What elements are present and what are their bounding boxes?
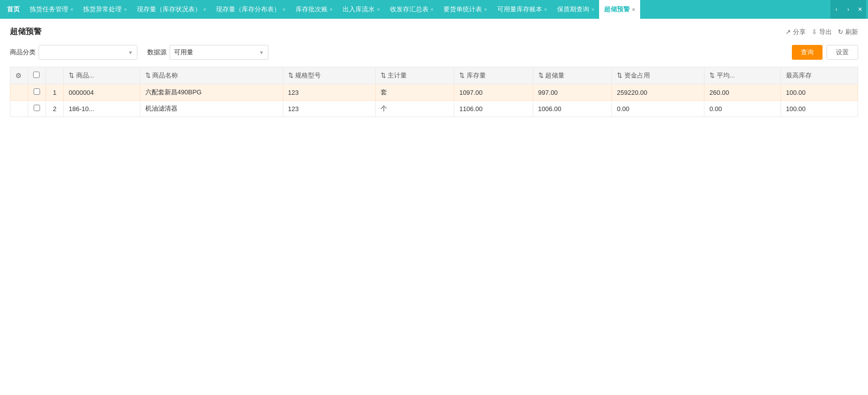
close-collect-icon[interactable]: × xyxy=(431,6,434,12)
row-gear-cell xyxy=(10,84,28,101)
close-inout-icon[interactable]: × xyxy=(377,6,380,12)
table-row: 1 0000004 六配套新昌490BPG 123 套 1097.00 997.… xyxy=(10,84,858,101)
row-unit: 个 xyxy=(375,101,454,117)
nav-tab-batch[interactable]: 库存批次账 × xyxy=(291,0,338,19)
export-button[interactable]: ⇩ 导出 xyxy=(812,28,832,37)
header-actions: ↗ 分享 ⇩ 导出 ↻ 刷新 xyxy=(785,28,858,37)
row-avg: 0.00 xyxy=(704,101,781,117)
row-num: 2 xyxy=(46,101,64,117)
row-checkbox-cell[interactable] xyxy=(28,84,46,101)
nav-tab-inout[interactable]: 出入库流水 × xyxy=(338,0,385,19)
share-icon: ↗ xyxy=(785,28,791,36)
nav-arrows: ‹ › ✕ xyxy=(830,0,866,19)
th-spec[interactable]: ⇅ 规格型号 xyxy=(283,67,375,84)
row-capital: 0.00 xyxy=(612,101,704,117)
refresh-button[interactable]: ↻ 刷新 xyxy=(838,28,858,37)
row-num: 1 xyxy=(46,84,64,101)
datasource-select[interactable]: 可用量 ▼ xyxy=(170,45,268,60)
settings-button[interactable]: 设置 xyxy=(826,45,858,60)
nav-tab-overstock[interactable]: 超储预警 × xyxy=(599,0,640,19)
row-spec: 123 xyxy=(283,84,375,101)
table-header-row: ⚙ ⇅ 商品... ⇅ 商品名称 ⇅ 规格型号 xyxy=(10,67,858,84)
nav-tab-order-stat[interactable]: 要货单统计表 × xyxy=(438,0,492,19)
th-product-name[interactable]: ⇅ 商品名称 xyxy=(140,67,283,84)
row-stock: 1097.00 xyxy=(454,84,533,101)
category-dropdown-icon: ▼ xyxy=(128,50,133,55)
th-checkbox xyxy=(28,67,46,84)
close-quality-icon[interactable]: × xyxy=(591,6,594,12)
filter-bar: 商品分类 ▼ 数据源 可用量 ▼ 查询 设置 xyxy=(10,45,858,60)
datasource-label: 数据源 xyxy=(147,48,167,57)
row-checkbox[interactable] xyxy=(34,105,40,111)
category-select[interactable]: ▼ xyxy=(39,45,137,60)
nav-close-button[interactable]: ✕ xyxy=(854,0,866,19)
row-stock: 1106.00 xyxy=(454,101,533,117)
nav-tab-inventory-status[interactable]: 现存量（库存状况表） × xyxy=(132,0,211,19)
category-select-value xyxy=(43,49,45,56)
data-table: ⚙ ⇅ 商品... ⇅ 商品名称 ⇅ 规格型号 xyxy=(10,67,858,117)
nav-tab-abnormal[interactable]: 拣货异常处理 × xyxy=(78,0,131,19)
row-checkbox[interactable] xyxy=(34,88,40,95)
th-num xyxy=(46,67,64,84)
share-button[interactable]: ↗ 分享 xyxy=(785,28,806,37)
close-inventory-status-icon[interactable]: × xyxy=(203,6,206,12)
th-avg[interactable]: ⇅ 平均... xyxy=(704,67,781,84)
close-inventory-dist-icon[interactable]: × xyxy=(282,6,285,12)
th-unit[interactable]: ⇅ 主计量 xyxy=(375,67,454,84)
row-unit: 套 xyxy=(375,84,454,101)
row-avg: 260.00 xyxy=(704,84,781,101)
nav-tab-available[interactable]: 可用量库存账本 × xyxy=(492,0,552,19)
datasource-dropdown-icon: ▼ xyxy=(259,50,264,55)
page-header: 超储预警 ↗ 分享 ⇩ 导出 ↻ 刷新 xyxy=(10,27,858,37)
close-task-icon[interactable]: × xyxy=(70,6,73,12)
nav-tab-quality[interactable]: 保质期查询 × xyxy=(552,0,599,19)
gear-icon[interactable]: ⚙ xyxy=(15,72,22,79)
row-product-code: 186-10... xyxy=(64,101,140,117)
row-product-code: 0000004 xyxy=(64,84,140,101)
filter-actions: 查询 设置 xyxy=(792,45,858,60)
export-icon: ⇩ xyxy=(812,28,817,36)
select-all-checkbox[interactable] xyxy=(33,72,40,78)
nav-tab-inventory-dist[interactable]: 现存量（库存分布表） × xyxy=(211,0,290,19)
th-gear[interactable]: ⚙ xyxy=(10,67,28,84)
th-capital[interactable]: ⇅ 资金占用 xyxy=(612,67,704,84)
close-overstock-icon[interactable]: × xyxy=(632,6,635,12)
category-filter: 商品分类 ▼ xyxy=(10,45,137,60)
row-max-stock: 100.00 xyxy=(781,84,858,101)
row-overstock: 1006.00 xyxy=(533,101,611,117)
nav-tab-task[interactable]: 拣货任务管理 × xyxy=(25,0,78,19)
nav-prev-button[interactable]: ‹ xyxy=(830,0,842,19)
row-overstock: 997.00 xyxy=(533,84,611,101)
row-max-stock: 100.00 xyxy=(781,101,858,117)
table-row: 2 186-10... 机油滤清器 123 个 1106.00 1006.00 … xyxy=(10,101,858,117)
query-button[interactable]: 查询 xyxy=(792,45,823,60)
row-capital: 259220.00 xyxy=(612,84,704,101)
th-overstock[interactable]: ⇅ 超储量 xyxy=(533,67,611,84)
nav-next-button[interactable]: › xyxy=(842,0,854,19)
close-abnormal-icon[interactable]: × xyxy=(124,6,127,12)
row-product-name: 机油滤清器 xyxy=(140,101,283,117)
row-product-name: 六配套新昌490BPG xyxy=(140,84,283,101)
page-container: 超储预警 ↗ 分享 ⇩ 导出 ↻ 刷新 商品分类 ▼ 数据源 xyxy=(0,19,868,395)
page-title: 超储预警 xyxy=(10,27,42,37)
row-gear-cell xyxy=(10,101,28,117)
top-nav: 首页 拣货任务管理 × 拣货异常处理 × 现存量（库存状况表） × 现存量（库存… xyxy=(0,0,868,19)
th-product-code[interactable]: ⇅ 商品... xyxy=(64,67,140,84)
refresh-icon: ↻ xyxy=(838,28,843,36)
nav-tab-home[interactable]: 首页 xyxy=(2,0,25,19)
close-batch-icon[interactable]: × xyxy=(330,6,333,12)
row-checkbox-cell[interactable] xyxy=(28,101,46,117)
datasource-filter: 数据源 可用量 ▼ xyxy=(147,45,268,60)
category-label: 商品分类 xyxy=(10,48,36,57)
close-available-icon[interactable]: × xyxy=(544,6,547,12)
datasource-select-value: 可用量 xyxy=(174,48,193,57)
row-spec: 123 xyxy=(283,101,375,117)
close-order-stat-icon[interactable]: × xyxy=(484,6,487,12)
th-max-stock: 最高库存 xyxy=(781,67,858,84)
th-stock[interactable]: ⇅ 库存量 xyxy=(454,67,533,84)
nav-tab-collect[interactable]: 收发存汇总表 × xyxy=(385,0,438,19)
